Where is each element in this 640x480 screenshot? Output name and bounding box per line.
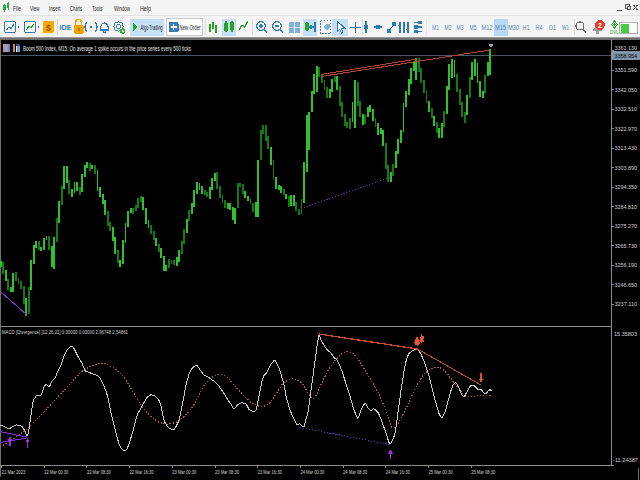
svg-text:3237.110: 3237.110 bbox=[615, 300, 638, 307]
svg-text:Charts: Charts bbox=[70, 4, 82, 13]
svg-text:M3: M3 bbox=[457, 24, 464, 31]
svg-text:23 Mar 08:30: 23 Mar 08:30 bbox=[215, 468, 239, 475]
svg-text:DVL: DVL bbox=[610, 30, 619, 35]
svg-text:Insert: Insert bbox=[49, 4, 61, 13]
svg-text:22 Mar 00:30: 22 Mar 00:30 bbox=[44, 468, 68, 475]
svg-text:$: $ bbox=[46, 23, 51, 33]
svg-text:22 Mar 16:30: 22 Mar 16:30 bbox=[130, 468, 154, 475]
svg-text:15.35803: 15.35803 bbox=[614, 330, 637, 337]
svg-text:-11.24387: -11.24387 bbox=[613, 456, 638, 463]
svg-text:3275.270: 3275.270 bbox=[615, 222, 638, 229]
svg-text:22 Mar 08:30: 22 Mar 08:30 bbox=[87, 468, 111, 475]
svg-text:3303.890: 3303.890 bbox=[615, 164, 638, 171]
svg-text:25 Mar 00:30: 25 Mar 00:30 bbox=[429, 468, 453, 475]
svg-text:2: 2 bbox=[598, 22, 602, 29]
svg-text:3358.954: 3358.954 bbox=[615, 52, 638, 59]
svg-text:3322.970: 3322.970 bbox=[615, 125, 638, 132]
svg-text:M15: M15 bbox=[495, 24, 506, 31]
svg-text:View: View bbox=[30, 4, 40, 13]
svg-text:25 Mar 08:30: 25 Mar 08:30 bbox=[471, 468, 495, 475]
svg-text:3256.190: 3256.190 bbox=[615, 261, 638, 268]
svg-text:23 Mar 00:30: 23 Mar 00:30 bbox=[172, 468, 196, 475]
svg-text:H4: H4 bbox=[536, 24, 543, 31]
svg-text:3246.650: 3246.650 bbox=[615, 281, 638, 288]
svg-text:3342.050: 3342.050 bbox=[615, 86, 638, 93]
svg-text:M1: M1 bbox=[432, 24, 439, 31]
svg-text:24 Mar 00:30: 24 Mar 00:30 bbox=[300, 468, 324, 475]
svg-text:IDE: IDE bbox=[60, 24, 72, 31]
svg-text:3313.430: 3313.430 bbox=[615, 144, 638, 151]
svg-text:Algo Trading: Algo Trading bbox=[141, 24, 163, 32]
svg-text:23 Mar 16:30: 23 Mar 16:30 bbox=[258, 468, 282, 475]
svg-text:Help: Help bbox=[140, 4, 151, 13]
svg-text:M12: M12 bbox=[482, 24, 493, 31]
svg-text:M5: M5 bbox=[470, 24, 477, 31]
svg-text:Boom 500 Index, M15: On avera: Boom 500 Index, M15: On average 1 spike … bbox=[23, 45, 191, 53]
svg-text:W1: W1 bbox=[562, 24, 569, 31]
svg-text:3294.350: 3294.350 bbox=[615, 183, 638, 190]
svg-text:3351.590: 3351.590 bbox=[615, 66, 638, 73]
svg-text:3361.130: 3361.130 bbox=[615, 44, 638, 51]
svg-text:MACD [Divergence] [12,26,21] 0: MACD [Divergence] [12,26,21] 0.00000 0.0… bbox=[2, 328, 128, 335]
svg-text:M30: M30 bbox=[508, 24, 519, 31]
svg-text:New Order: New Order bbox=[180, 24, 202, 31]
svg-text:3265.730: 3265.730 bbox=[615, 242, 638, 249]
svg-text:24 Mar 08:30: 24 Mar 08:30 bbox=[343, 468, 367, 475]
svg-text:Window: Window bbox=[114, 4, 130, 13]
svg-text:3284.810: 3284.810 bbox=[615, 203, 638, 210]
svg-text:H1: H1 bbox=[523, 24, 530, 31]
svg-text:D1: D1 bbox=[549, 24, 556, 31]
svg-text:21 Mar 2023: 21 Mar 2023 bbox=[2, 468, 26, 475]
svg-text:3332.510: 3332.510 bbox=[615, 105, 638, 112]
svg-text:Tools: Tools bbox=[92, 4, 103, 13]
svg-text:File: File bbox=[13, 4, 21, 13]
svg-text:24 Mar 16:30: 24 Mar 16:30 bbox=[386, 468, 410, 475]
svg-text:M2: M2 bbox=[445, 24, 452, 31]
